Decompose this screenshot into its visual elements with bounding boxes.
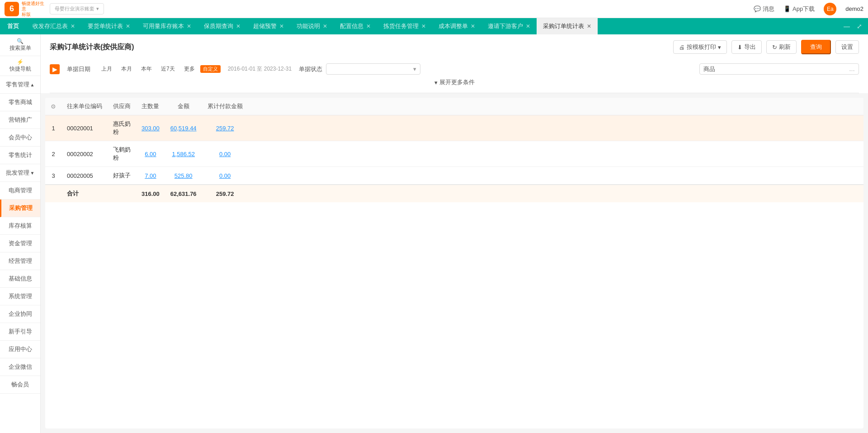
tab-phgl[interactable]: 拣货任务管理 ✕	[377, 18, 432, 34]
sidebar-item-kchj[interactable]: 库存核算	[0, 217, 40, 235]
message-icon: 💬	[754, 5, 761, 12]
amount-link[interactable]: 60,519.44	[170, 125, 197, 132]
tab-yhtj[interactable]: 要货单统计表 ✕	[81, 18, 137, 34]
qty-link[interactable]: 7.00	[145, 172, 156, 179]
tab-home[interactable]: 首页	[0, 18, 26, 34]
tab-phgl-label: 拣货任务管理	[383, 22, 419, 30]
filter-toggle-button[interactable]: ▶	[50, 64, 60, 74]
sidebar-item-qyxt[interactable]: 企业协同	[0, 305, 40, 323]
qty-link[interactable]: 6.00	[145, 151, 156, 157]
sidebar-item-zjgl[interactable]: 资金管理	[0, 235, 40, 252]
sidebar-item-zjgl-label: 资金管理	[9, 240, 32, 247]
tab-gnms[interactable]: 功能说明 ✕	[290, 18, 334, 34]
goods-more-icon[interactable]: …	[845, 66, 859, 72]
gear-icon[interactable]: ⚙	[51, 103, 56, 110]
sidebar-item-pfgl[interactable]: 批发管理 ▼	[0, 164, 40, 182]
filter-bar: ▶ 单据日期 上月 本月 本年 近7天 更多 自定义 2016-01-01 至 …	[50, 59, 859, 93]
setting-button[interactable]: 设置	[835, 40, 859, 54]
tab-kylkzb-close[interactable]: ✕	[187, 23, 191, 29]
export-button[interactable]: ⬇ 导出	[731, 40, 762, 54]
row-amount: 60,519.44	[165, 115, 202, 141]
sidebar-search[interactable]: 🔍 搜索菜单	[0, 34, 40, 56]
amount-link[interactable]: 525.80	[175, 172, 193, 179]
qty-link[interactable]: 303.00	[142, 125, 160, 132]
tab-bar: 首页 收发存汇总表 ✕ 要货单统计表 ✕ 可用量库存账本 ✕ 保质期查询 ✕ 超…	[0, 18, 868, 34]
tab-ccyj[interactable]: 超储预警 ✕	[247, 18, 290, 34]
app-download-button[interactable]: 📱 App下载	[783, 5, 815, 13]
sidebar-item-lssc[interactable]: 零售商城	[0, 94, 40, 111]
row-qty: 303.00	[136, 115, 165, 141]
message-button[interactable]: 💬 消息	[754, 5, 774, 13]
paid-link[interactable]: 259.72	[216, 125, 234, 132]
row-extra	[248, 141, 863, 167]
th-paid: 累计付款金额	[202, 98, 248, 115]
date-btn-this-year[interactable]: 本年	[137, 64, 156, 74]
tab-cgdtj[interactable]: 采购订单统计表 ✕	[537, 18, 598, 34]
sidebar-item-yxtp[interactable]: 营销推广	[0, 111, 40, 129]
date-btn-7days[interactable]: 近7天	[157, 64, 179, 74]
tab-minimize-button[interactable]: —	[841, 20, 853, 32]
tab-bxqcx-close[interactable]: ✕	[236, 23, 241, 29]
sidebar-nav[interactable]: ⚡ 快捷导航	[0, 56, 40, 76]
row-qty: 7.00	[136, 167, 165, 185]
date-custom-badge[interactable]: 自定义	[200, 65, 221, 73]
print-button[interactable]: 🖨 按模板打印 ▾	[673, 40, 727, 54]
expand-filter-button[interactable]: ▾ 展开更多条件	[434, 78, 475, 86]
tab-gnms-close[interactable]: ✕	[323, 23, 327, 29]
top-right: 💬 消息 📱 App下载 Ea demo2	[754, 3, 863, 15]
status-input-wrap: ▾	[326, 63, 420, 75]
logo-icon: 6	[5, 2, 19, 16]
sidebar-item-lssm[interactable]: 零售管理 ▲	[0, 76, 40, 94]
store-selector[interactable]: 母婴行业演示账套 ▾	[50, 3, 104, 14]
status-input[interactable]	[326, 64, 410, 74]
goods-input[interactable]	[719, 64, 845, 74]
tab-sfhz-label: 收发存汇总表	[33, 22, 68, 30]
amount-link[interactable]: 1,586.52	[172, 151, 195, 157]
date-range: 2016-01-01 至 2023-12-31	[228, 65, 292, 73]
paid-link[interactable]: 0.00	[219, 151, 231, 157]
tab-maximize-button[interactable]: ⤢	[854, 20, 865, 32]
tab-ccyj-close[interactable]: ✕	[279, 23, 284, 29]
tab-cbtz[interactable]: 成本调整单 ✕	[432, 18, 481, 34]
search-button[interactable]: 查询	[801, 40, 831, 54]
footer-empty	[45, 185, 61, 202]
row-supplier: 飞鹤奶粉	[108, 141, 136, 167]
tab-yhtj-label: 要货单统计表	[88, 22, 123, 30]
date-btn-this-month[interactable]: 本月	[118, 64, 136, 74]
sidebar-item-qywx[interactable]: 企业微信	[0, 358, 40, 376]
page-title: 采购订单统计表(按供应商)	[50, 43, 134, 52]
refresh-button[interactable]: ↻ 刷新	[766, 40, 797, 54]
sidebar-item-dsgl[interactable]: 电商管理	[0, 182, 40, 200]
sidebar-item-jcxx[interactable]: 基础信息	[0, 270, 40, 288]
sidebar-item-xtgl[interactable]: 系统管理	[0, 288, 40, 305]
tab-sfhz-close[interactable]: ✕	[71, 23, 75, 29]
row-supplier: 好孩子	[108, 167, 136, 185]
sidebar-item-lstj-label: 零售统计	[9, 152, 32, 158]
sidebar-item-jygl[interactable]: 经营管理	[0, 252, 40, 270]
sidebar-item-lstj[interactable]: 零售统计	[0, 147, 40, 164]
tab-sfhz[interactable]: 收发存汇总表 ✕	[26, 18, 81, 34]
tab-yqxyghy-close[interactable]: ✕	[526, 23, 530, 29]
th-gear[interactable]: ⚙	[45, 98, 61, 115]
sidebar-item-yyzx[interactable]: 应用中心	[0, 341, 40, 358]
tab-pzsz[interactable]: 配置信息 ✕	[334, 18, 377, 34]
tab-yhtj-close[interactable]: ✕	[126, 23, 130, 29]
row-qty: 6.00	[136, 141, 165, 167]
status-dropdown-icon[interactable]: ▾	[410, 66, 420, 72]
date-btn-more[interactable]: 更多	[180, 64, 198, 74]
tab-yqxyghy[interactable]: 邀请下游客户 ✕	[481, 18, 537, 34]
tab-cbtz-close[interactable]: ✕	[471, 23, 475, 29]
setting-button-label: 设置	[841, 43, 853, 50]
tab-kylkzb[interactable]: 可用量库存账本 ✕	[137, 18, 198, 34]
tab-pzsz-close[interactable]: ✕	[366, 23, 371, 29]
tab-cgdtj-close[interactable]: ✕	[587, 23, 591, 29]
sidebar-item-hyy[interactable]: 畅会员	[0, 376, 40, 394]
sidebar-item-xsyd[interactable]: 新手引导	[0, 323, 40, 341]
date-btn-last-month[interactable]: 上月	[98, 64, 116, 74]
tab-phgl-close[interactable]: ✕	[421, 23, 426, 29]
paid-link[interactable]: 0.00	[219, 172, 231, 179]
status-label: 单据状态	[299, 65, 322, 73]
tab-bxqcx[interactable]: 保质期查询 ✕	[198, 18, 247, 34]
sidebar-item-cggl[interactable]: 采购管理	[0, 200, 40, 217]
sidebar-item-hyzx[interactable]: 会员中心	[0, 129, 40, 147]
